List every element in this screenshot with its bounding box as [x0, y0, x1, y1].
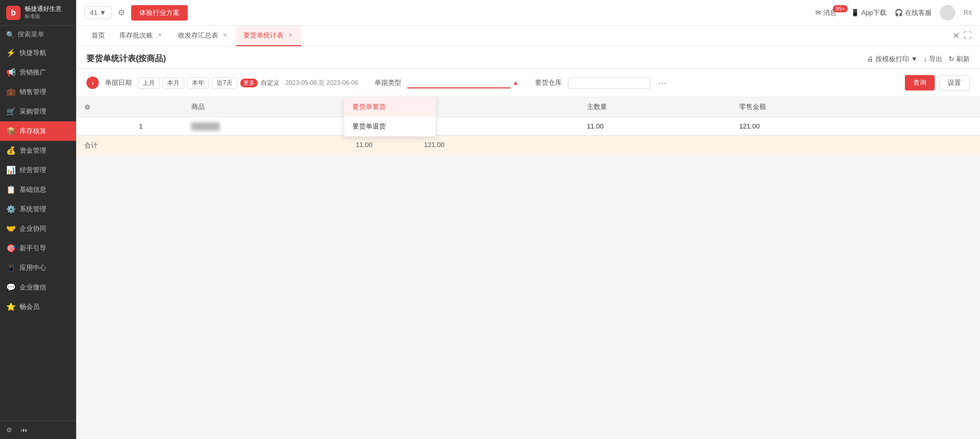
- sidebar-item-finance[interactable]: 💰 资金管理: [0, 141, 76, 160]
- filter-more-icon[interactable]: ···: [658, 78, 666, 88]
- topbar: 41 ▼ ⚙ 体验行业方案 ✉ 消息 99+ 📱 App下载 🎧 在线客服 Ri…: [76, 0, 980, 26]
- tabs-controls: ✕ ⛶: [953, 31, 972, 41]
- sidebar-search[interactable]: 🔍 搜索菜单: [0, 26, 76, 43]
- sidebar-item-purchase[interactable]: 🛒 采购管理: [0, 102, 76, 121]
- date-last-7-days-btn[interactable]: 近7天: [212, 77, 237, 89]
- phone-icon: 📱: [851, 9, 859, 16]
- sidebar-item-basic[interactable]: 📋 基础信息: [0, 180, 76, 199]
- type-filter-input[interactable]: [407, 78, 510, 88]
- page-content: 要货单统计表(按商品) 🖨 按模板打印 ▼ ↓ 导出 ↻ 刷新 ›: [76, 46, 980, 439]
- date-range-display: 2023-05-06 至 2023-06-06: [286, 79, 358, 87]
- sidebar-item-system[interactable]: ⚙️ 系统管理: [0, 199, 76, 219]
- tab-home[interactable]: 首页: [84, 26, 112, 46]
- workspace-dropdown[interactable]: 41 ▼: [84, 6, 112, 19]
- table-row: 1 ██████ 块 11.00 121.00: [76, 117, 980, 135]
- query-btn[interactable]: 查询: [905, 75, 935, 90]
- page-header: 要货单统计表(按商品) 🖨 按模板打印 ▼ ↓ 导出 ↻ 刷新: [76, 46, 980, 69]
- purchase-icon: 🛒: [6, 107, 15, 116]
- row-settings-cell: [76, 117, 99, 135]
- trial-btn[interactable]: 体验行业方案: [131, 5, 188, 21]
- sidebar-nav: ⚡ 快捷导航 📢 营销推广 💼 销售管理 🛒 采购管理 📦 库存核算 💰 资金管…: [0, 43, 76, 420]
- tab-receive-summary[interactable]: 收发存汇总表 ✕: [171, 26, 236, 46]
- export-icon: ↓: [924, 55, 928, 63]
- type-chevron-up-icon[interactable]: ▲: [512, 79, 519, 86]
- topbar-gear-icon[interactable]: ⚙: [118, 8, 125, 17]
- sidebar-item-marketing[interactable]: 📢 营销推广: [0, 63, 76, 82]
- sidebar-item-quicknav[interactable]: ⚡ 快捷导航: [0, 43, 76, 63]
- online-service-link[interactable]: 🎧 在线客服: [895, 8, 932, 17]
- row-quantity-cell: 11.00: [579, 117, 731, 135]
- operation-icon: 📊: [6, 166, 15, 175]
- settings-btn[interactable]: 设置: [939, 75, 970, 90]
- col-amount: 零售金额: [731, 97, 912, 117]
- date-more-badge[interactable]: 更多: [240, 79, 258, 87]
- tab-close-receive-summary[interactable]: ✕: [221, 31, 229, 39]
- column-settings-icon[interactable]: ⚙: [84, 103, 91, 111]
- settings-bottom-icon[interactable]: ⚙: [6, 426, 12, 434]
- tab-close-demand-summary[interactable]: ✕: [287, 31, 294, 39]
- app-download-link[interactable]: 📱 App下载: [851, 8, 886, 17]
- tab-inventory-batch[interactable]: 库存批次账 ✕: [112, 26, 171, 46]
- collapse-sidebar-icon[interactable]: ⏮: [21, 426, 27, 434]
- inventory-icon: 📦: [6, 126, 15, 136]
- user-name: Rit: [964, 9, 972, 16]
- table-header-row: ⚙ 商品 主计量单位 主数量 零售金额: [76, 97, 980, 117]
- app-logo: b 畅捷通好生意 标准版: [0, 0, 76, 26]
- sidebar-item-coop[interactable]: 🤝 企业协同: [0, 219, 76, 239]
- date-custom-btn[interactable]: 自定义: [261, 79, 279, 87]
- messages-badge[interactable]: ✉ 消息 99+: [815, 8, 843, 17]
- sidebar-bottom: ⚙ ⏮: [0, 420, 76, 439]
- appcenter-icon: 📱: [6, 263, 15, 272]
- filter-expand-btn[interactable]: ›: [86, 77, 99, 89]
- date-shortcuts: 上月 本月 本年 近7天 更多 自定义: [138, 77, 279, 89]
- sidebar-item-wechat[interactable]: 💬 企业微信: [0, 278, 76, 297]
- topbar-right: ✉ 消息 99+ 📱 App下载 🎧 在线客服 Rit: [815, 5, 972, 21]
- date-label: 单据日期: [105, 78, 132, 87]
- sidebar-item-inventory[interactable]: 📦 库存核算: [0, 121, 76, 141]
- footer-spacer: [228, 141, 331, 150]
- date-last-month-btn[interactable]: 上月: [138, 77, 159, 89]
- row-amount-cell: 121.00: [731, 117, 912, 135]
- sidebar-item-appcenter[interactable]: 📱 应用中心: [0, 258, 76, 278]
- print-dropdown-icon: ▼: [911, 55, 918, 63]
- export-action[interactable]: ↓ 导出: [924, 54, 943, 64]
- refresh-action[interactable]: ↻ 刷新: [949, 54, 970, 64]
- col-num: [99, 97, 183, 117]
- tab-close-inventory-batch[interactable]: ✕: [156, 31, 164, 39]
- tabs-maximize-icon[interactable]: ⛶: [964, 31, 972, 41]
- type-filter-container: ▲: [407, 78, 519, 88]
- warehouse-filter-input[interactable]: [568, 77, 650, 89]
- dropdown-item-demand-order[interactable]: 要货单要货: [344, 97, 436, 117]
- dropdown-chevron-icon: ▼: [99, 9, 106, 16]
- member-icon: ⭐: [6, 302, 15, 312]
- footer-quantity: 11.00: [331, 141, 372, 150]
- filter-bar: › 单据日期 上月 本月 本年 近7天 更多 自定义 2023-05-06 至 …: [76, 69, 980, 97]
- dropdown-item-demand-return[interactable]: 要货单退货: [344, 117, 436, 136]
- tabs-close-all-icon[interactable]: ✕: [953, 31, 959, 41]
- sales-icon: 💼: [6, 87, 15, 97]
- logo-text: 畅捷通好生意 标准版: [25, 5, 62, 21]
- sidebar-item-member[interactable]: ⭐ 畅会员: [0, 297, 76, 317]
- sidebar-item-sales[interactable]: 💼 销售管理: [0, 82, 76, 102]
- col-settings: ⚙: [76, 97, 99, 117]
- basic-icon: 📋: [6, 185, 15, 194]
- system-icon: ⚙️: [6, 205, 15, 214]
- date-this-month-btn[interactable]: 本月: [163, 77, 184, 89]
- filter-actions: 查询 设置: [905, 75, 970, 90]
- date-this-year-btn[interactable]: 本年: [187, 77, 209, 89]
- refresh-icon: ↻: [949, 55, 954, 63]
- finance-icon: 💰: [6, 146, 15, 155]
- table-footer: 合计 11.00 121.00: [76, 135, 980, 155]
- search-icon: 🔍: [6, 31, 14, 39]
- main-content: 41 ▼ ⚙ 体验行业方案 ✉ 消息 99+ 📱 App下载 🎧 在线客服 Ri…: [76, 0, 980, 439]
- quicknav-icon: ⚡: [6, 48, 15, 58]
- sidebar-item-operation[interactable]: 📊 经营管理: [0, 160, 76, 180]
- col-goods: 商品: [183, 97, 370, 117]
- type-dropdown: 要货单要货 要货单退货: [344, 97, 436, 137]
- tab-demand-summary[interactable]: 要货单统计表 ✕: [236, 26, 301, 46]
- print-action[interactable]: 🖨 按模板打印 ▼: [867, 54, 918, 64]
- sidebar-item-guide[interactable]: 🎯 新手引导: [0, 239, 76, 258]
- footer-label: 合计: [84, 141, 228, 150]
- headset-icon: 🎧: [895, 9, 903, 16]
- user-avatar[interactable]: [940, 5, 955, 21]
